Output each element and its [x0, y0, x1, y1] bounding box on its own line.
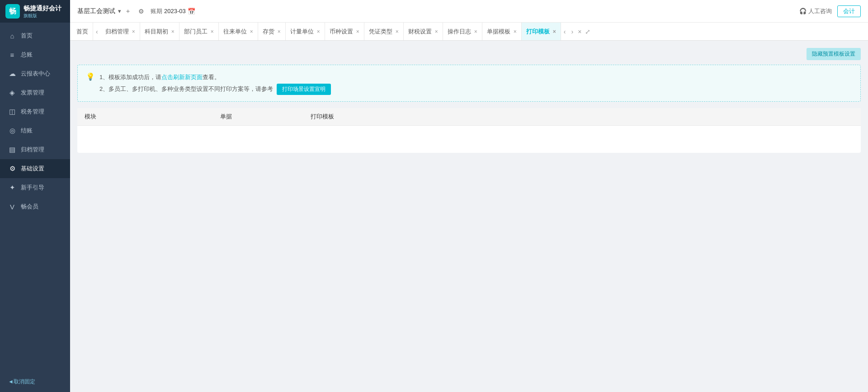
tab-bar: 首页 ‹ 归档管理 × 科目期初 × 部门员工 × 往来单位 × 存货 × 计量… — [70, 23, 868, 41]
company-dropdown-icon[interactable]: ▾ — [118, 8, 121, 14]
tab-subject[interactable]: 科目期初 × — [140, 23, 179, 40]
sidebar-item-settings[interactable]: ⚙ 基础设置 — [0, 159, 70, 178]
invoice-icon: ◈ — [8, 89, 16, 97]
guide-icon: ✦ — [8, 184, 16, 192]
sidebar-item-label: 畅会员 — [21, 203, 38, 211]
tab-archive-close[interactable]: × — [132, 29, 135, 34]
sidebar-item-label: 结账 — [21, 127, 33, 135]
headset-icon: 🎧 — [799, 8, 807, 14]
sidebar-item-label: 云报表中心 — [21, 70, 50, 78]
support-label: 人工咨询 — [808, 7, 832, 15]
period-label: 账期 — [151, 7, 162, 15]
tab-unit-label: 计量单位 — [290, 28, 314, 36]
tab-template-close[interactable]: × — [514, 29, 517, 34]
tab-currency-label: 币种设置 — [330, 28, 353, 36]
tab-archive[interactable]: 归档管理 × — [101, 23, 140, 40]
tab-dept[interactable]: 部门员工 × — [179, 23, 219, 40]
unpin-label: ◄取消固定 — [8, 378, 35, 386]
account-button[interactable]: 会计 — [837, 5, 861, 17]
tab-voucher-label: 凭证类型 — [369, 28, 392, 36]
tab-partner-label: 往来单位 — [223, 28, 247, 36]
tab-subject-close[interactable]: × — [171, 29, 175, 34]
tab-subject-label: 科目期初 — [145, 28, 168, 36]
tab-currency-close[interactable]: × — [356, 29, 359, 34]
home-icon: ⌂ — [8, 32, 16, 40]
logo-main: 畅捷通好会计 — [24, 4, 61, 12]
tab-expand[interactable]: ⤢ — [583, 28, 592, 35]
tab-dept-close[interactable]: × — [211, 29, 214, 34]
tab-nav-back[interactable]: ‹ — [93, 28, 101, 35]
tab-partner[interactable]: 往来单位 × — [219, 23, 258, 40]
tab-oplog[interactable]: 操作日志 × — [443, 23, 482, 40]
tab-printtemplate[interactable]: 打印模板 × — [522, 23, 561, 40]
tab-printtemplate-label: 打印模板 — [526, 28, 550, 36]
logo-sub: 旗舰版 — [24, 13, 61, 19]
tab-template-label: 单据模板 — [487, 28, 510, 36]
sidebar-item-label: 基础设置 — [21, 165, 44, 173]
sidebar-item-label: 总账 — [21, 51, 33, 59]
tab-taxset-close[interactable]: × — [435, 29, 438, 34]
hide-template-button[interactable]: 隐藏预置模板设置 — [807, 48, 861, 60]
ledger-icon: ≡ — [8, 51, 16, 59]
tab-taxset-label: 财税设置 — [408, 28, 432, 36]
tab-stock[interactable]: 存货 × — [258, 23, 286, 40]
main-area: 基层工会测试 ▾ ＋ ⚙ 账期 2023-03 📅 🎧 人工咨询 会计 首页 ‹… — [70, 0, 868, 392]
tab-unit[interactable]: 计量单位 × — [286, 23, 325, 40]
tab-unit-close[interactable]: × — [317, 29, 320, 34]
sidebar-item-archive[interactable]: ▤ 归档管理 — [0, 140, 70, 159]
sidebar: 畅 畅捷通好会计 旗舰版 ⌂ 首页 ≡ 总账 ☁ 云报表中心 ◈ 发票管理 ◫ … — [0, 0, 70, 392]
sidebar-item-reports[interactable]: ☁ 云报表中心 — [0, 64, 70, 83]
notice-line2: 2、多员工、多打印机、多种业务类型设置不同打印方案等，请参考 打印场景设置宣明 — [99, 83, 331, 95]
tab-home-label: 首页 — [76, 28, 88, 36]
tab-oplog-close[interactable]: × — [474, 29, 477, 34]
settings-icon: ⚙ — [8, 165, 16, 173]
tab-stock-label: 存货 — [263, 28, 274, 36]
col-header-template: 打印模板 — [311, 113, 854, 121]
settings-btn[interactable]: ⚙ — [135, 6, 148, 17]
notice-box: 💡 1、模板添加成功后，请点击刷新新页面查看。 2、多员工、多打印机、多种业务类… — [77, 65, 861, 102]
sidebar-item-ledger[interactable]: ≡ 总账 — [0, 45, 70, 64]
tab-taxset[interactable]: 财税设置 × — [404, 23, 443, 40]
archive-icon: ▤ — [8, 146, 16, 154]
sidebar-item-label: 归档管理 — [21, 146, 44, 154]
hide-template-area: 隐藏预置模板设置 — [77, 48, 861, 60]
notice-bulb-icon: 💡 — [86, 72, 95, 81]
add-tab-button[interactable]: ＋ — [121, 5, 135, 17]
period-value: 2023-03 — [164, 8, 186, 14]
notice-line2-prefix: 2、多员工、多打印机、多种业务类型设置不同打印方案等，请参考 — [99, 85, 273, 92]
tab-stock-close[interactable]: × — [278, 29, 281, 34]
sidebar-item-tax[interactable]: ◫ 税务管理 — [0, 102, 70, 121]
content-area: 隐藏预置模板设置 💡 1、模板添加成功后，请点击刷新新页面查看。 2、多员工、多… — [70, 41, 868, 392]
tab-partner-close[interactable]: × — [250, 29, 253, 34]
sidebar-item-member[interactable]: V 畅会员 — [0, 197, 70, 216]
notice-refresh-link[interactable]: 点击刷新新页面 — [161, 74, 203, 80]
company-name: 基层工会测试 — [77, 7, 115, 15]
tab-voucher[interactable]: 凭证类型 × — [364, 23, 404, 40]
unpin-button[interactable]: ◄取消固定 — [0, 372, 70, 392]
tab-template[interactable]: 单据模板 × — [482, 23, 522, 40]
table-header: 模块 单据 打印模板 — [77, 108, 861, 126]
app-logo: 畅 畅捷通好会计 旗舰版 — [0, 0, 70, 23]
tab-currency[interactable]: 币种设置 × — [325, 23, 364, 40]
tab-voucher-close[interactable]: × — [396, 29, 399, 34]
sidebar-item-label: 新手引导 — [21, 184, 44, 192]
notice-line1-prefix: 1、模板添加成功后，请 — [99, 74, 161, 80]
sidebar-item-label: 首页 — [21, 32, 33, 40]
sidebar-item-invoice[interactable]: ◈ 发票管理 — [0, 83, 70, 102]
col-header-doc: 单据 — [220, 113, 311, 121]
tab-dept-label: 部门员工 — [184, 28, 208, 36]
sidebar-item-home[interactable]: ⌂ 首页 — [0, 26, 70, 45]
sidebar-item-guide[interactable]: ✦ 新手引导 — [0, 178, 70, 197]
sidebar-item-label: 税务管理 — [21, 108, 44, 116]
tab-nav-next[interactable]: › — [569, 28, 576, 35]
support-button[interactable]: 🎧 人工咨询 — [799, 7, 832, 15]
tab-printtemplate-close[interactable]: × — [553, 29, 556, 34]
closing-icon: ◎ — [8, 127, 16, 135]
instruction-button[interactable]: 打印场景设置宣明 — [277, 84, 331, 95]
calendar-icon[interactable]: 📅 — [188, 8, 195, 15]
tab-home[interactable]: 首页 — [72, 23, 93, 40]
tab-nav-prev[interactable]: ‹ — [561, 28, 569, 35]
top-bar-right: 🎧 人工咨询 会计 — [799, 5, 861, 17]
sidebar-item-closing[interactable]: ◎ 结账 — [0, 121, 70, 140]
tab-close-all[interactable]: × — [576, 28, 583, 35]
